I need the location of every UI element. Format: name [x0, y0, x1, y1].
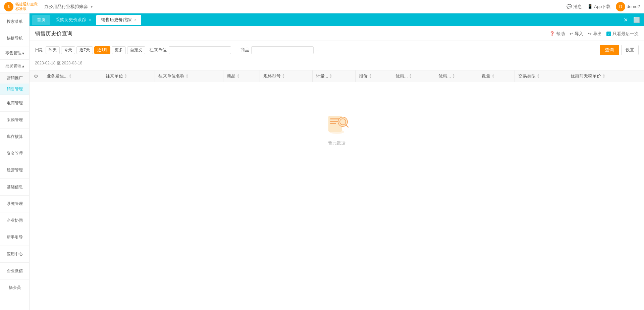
sidebar-item-inventory[interactable]: 库存核算	[0, 128, 29, 145]
filter-area: 日期 昨天 今天 近7天 近1月 更多 自定义 往来单位	[30, 41, 644, 70]
date-btn-yesterday[interactable]: 昨天	[46, 46, 60, 54]
message-icon: 💬	[567, 4, 572, 9]
date-btn-more[interactable]: 更多	[112, 46, 126, 54]
table-area: ⚙ 业务发生... ▲▼ 往来	[30, 70, 644, 310]
query-button[interactable]: 查询	[600, 45, 619, 55]
product-filter-label: 商品	[240, 47, 249, 53]
user-area[interactable]: D demo2	[616, 2, 640, 11]
sidebar-item-basic-info[interactable]: 基础信息	[0, 179, 29, 196]
sort-arrows-customer-name[interactable]: ▲▼	[186, 73, 189, 79]
sort-arrows-business-date[interactable]: ▲▼	[69, 73, 71, 79]
date-btn-7days[interactable]: 近7天	[76, 46, 93, 54]
close-sales-tab-icon[interactable]: ×	[134, 18, 136, 22]
only-last-checkbox[interactable]: ✓ 只看最后一次	[606, 31, 639, 37]
sort-arrows-discount1[interactable]: ▲▼	[409, 73, 412, 79]
date-filter-label: 日期	[35, 47, 44, 53]
sort-arrows-customer-code[interactable]: ▲▼	[124, 73, 127, 79]
sidebar-item-enterprise-collab[interactable]: 企业协同	[0, 212, 29, 229]
sort-arrows-discount2[interactable]: ▲▼	[452, 73, 455, 79]
product-filter-input[interactable]	[251, 46, 314, 54]
sidebar: 搜索菜单 快捷导航 零售管理 ▾ 批发管理 ▴ 营销推广 销售管理 电商管理 采…	[0, 13, 30, 310]
settings-button[interactable]: 设置	[621, 45, 639, 55]
th-price[interactable]: 报价 ▲▼	[356, 70, 392, 82]
date-btn-today[interactable]: 今天	[61, 46, 75, 54]
th-discount2[interactable]: 优惠... ▲▼	[435, 70, 478, 82]
th-product[interactable]: 商品 ▲▼	[223, 70, 260, 82]
import-icon: ↩	[570, 31, 573, 36]
sidebar-item-app-center[interactable]: 应用中心	[0, 246, 29, 263]
sort-arrows-pre-tax-price[interactable]: ▲▼	[602, 73, 605, 79]
top-bar-right: 💬 消息 📱 App下载 D demo2	[567, 2, 640, 11]
sidebar-item-system[interactable]: 系统管理	[0, 196, 29, 212]
message-btn[interactable]: 💬 消息	[567, 4, 582, 10]
sidebar-item-retail[interactable]: 零售管理 ▾	[0, 47, 29, 60]
page-title: 销售历史价查询	[35, 30, 72, 37]
sort-arrows-price[interactable]: ▲▼	[369, 73, 372, 79]
help-btn[interactable]: ❓ 帮助	[549, 31, 565, 37]
gear-icon[interactable]: ⚙	[34, 73, 38, 79]
logo-icon: 6	[4, 2, 13, 11]
main-layout: 搜索菜单 快捷导航 零售管理 ▾ 批发管理 ▴ 营销推广 销售管理 电商管理 采…	[0, 13, 644, 310]
sidebar-item-marketing[interactable]: 营销推广	[0, 72, 29, 84]
import-btn[interactable]: ↩ 导入	[570, 31, 583, 37]
page-header-actions: ❓ 帮助 ↩ 导入 ↪ 导出 ✓ 只看最后一次	[549, 31, 639, 37]
sidebar-item-purchase[interactable]: 采购管理	[0, 112, 29, 128]
sidebar-item-newbie-guide[interactable]: 新手引导	[0, 229, 29, 246]
th-unit[interactable]: 计量... ▲▼	[312, 70, 356, 82]
th-spec[interactable]: 规格型号 ▲▼	[260, 70, 312, 82]
maximize-icon[interactable]: ⬜	[632, 17, 641, 23]
logo-text: 畅捷通好生意 标准版	[15, 2, 38, 11]
th-transaction-type[interactable]: 交易类型 ▲▼	[515, 70, 567, 82]
filter-actions: 查询 设置	[600, 45, 639, 55]
th-customer-name[interactable]: 往来单位名称 ▲▼	[155, 70, 223, 82]
sidebar-item-wholesale[interactable]: 批发管理 ▴	[0, 60, 29, 72]
tab-purchase-history[interactable]: 采购历史价跟踪 ×	[51, 15, 96, 25]
empty-state: 暂元数据	[30, 82, 644, 173]
export-btn[interactable]: ↪ 导出	[588, 31, 602, 37]
th-pre-tax-price[interactable]: 优惠前无税单价 ▲▼	[567, 70, 644, 82]
th-quantity[interactable]: 数量 ▲▼	[478, 70, 515, 82]
sidebar-item-quick-nav[interactable]: 快捷导航	[0, 30, 29, 47]
dropdown-arrow-icon[interactable]: ▾	[91, 4, 93, 9]
page-header: 销售历史价查询 ❓ 帮助 ↩ 导入 ↪ 导出	[30, 26, 644, 41]
sidebar-item-sales-mgmt[interactable]: 销售管理	[0, 84, 29, 95]
sidebar-item-wechat[interactable]: 企业微信	[0, 263, 29, 279]
close-all-tabs-icon[interactable]: ✕	[622, 17, 629, 23]
download-icon: 📱	[587, 4, 593, 9]
content-area: 首页 采购历史价跟踪 × 销售历史价跟踪 × ✕ ⬜ 销售历史价查询	[30, 13, 644, 310]
app-download-btn[interactable]: 📱 App下载	[587, 4, 610, 10]
th-customer-code[interactable]: 往来单位 ▲▼	[102, 70, 155, 82]
sort-arrows-product[interactable]: ▲▼	[237, 73, 239, 79]
chevron-up-icon: ▴	[22, 64, 24, 68]
sidebar-item-search[interactable]: 搜索菜单	[0, 13, 29, 30]
table-header-row: ⚙ 业务发生... ▲▼ 往来	[30, 70, 644, 82]
logo-area: 6 畅捷通好生意 标准版	[4, 2, 38, 11]
sort-arrows-unit[interactable]: ▲▼	[329, 73, 332, 79]
svg-line-9	[346, 125, 348, 127]
tab-bar: 首页 采购历史价跟踪 × 销售历史价跟踪 × ✕ ⬜	[30, 13, 644, 26]
close-purchase-tab-icon[interactable]: ×	[89, 18, 91, 22]
filter-second-row: 2023-02-18 至 2023-03-18	[35, 60, 82, 66]
sidebar-item-finance[interactable]: 资金管理	[0, 145, 29, 162]
empty-text: 暂元数据	[328, 140, 345, 146]
date-btn-1month[interactable]: 近1月	[94, 46, 111, 54]
customer-more-icon[interactable]: ...	[233, 48, 236, 52]
sort-arrows-spec[interactable]: ▲▼	[282, 73, 285, 79]
sort-arrows-quantity[interactable]: ▲▼	[492, 73, 494, 79]
sidebar-item-management[interactable]: 经营管理	[0, 162, 29, 179]
date-range-display: 2023-02-18 至 2023-03-18	[35, 60, 82, 66]
customer-filter-label: 往来单位	[149, 47, 167, 53]
page-content: 销售历史价查询 ❓ 帮助 ↩ 导入 ↪ 导出	[30, 26, 644, 310]
date-btn-custom[interactable]: 自定义	[127, 46, 145, 54]
product-more-icon[interactable]: ...	[316, 48, 319, 52]
top-bar: 6 畅捷通好生意 标准版 办公用品行业模拟账套 ▾ 💬 消息 📱 App下载 D…	[0, 0, 644, 13]
th-discount1[interactable]: 优惠... ▲▼	[392, 70, 435, 82]
th-business-date[interactable]: 业务发生... ▲▼	[43, 70, 102, 82]
sidebar-item-member[interactable]: 畅会员	[0, 279, 29, 296]
th-settings[interactable]: ⚙	[30, 70, 43, 82]
tab-sales-history[interactable]: 销售历史价跟踪 ×	[96, 15, 141, 25]
customer-filter-input[interactable]	[169, 46, 231, 54]
sidebar-item-ecommerce[interactable]: 电商管理	[0, 95, 29, 112]
tab-home[interactable]: 首页	[32, 15, 50, 25]
sort-arrows-transaction-type[interactable]: ▲▼	[537, 73, 540, 79]
